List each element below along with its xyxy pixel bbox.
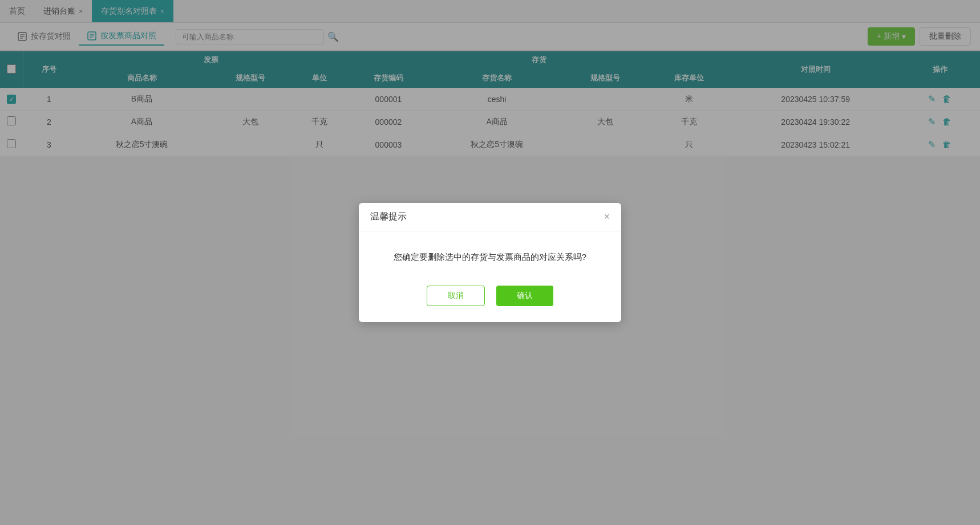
dialog-overlay: 温馨提示 × 您确定要删除选中的存货与发票商品的对应关系吗? 取消 确认 <box>0 0 980 156</box>
